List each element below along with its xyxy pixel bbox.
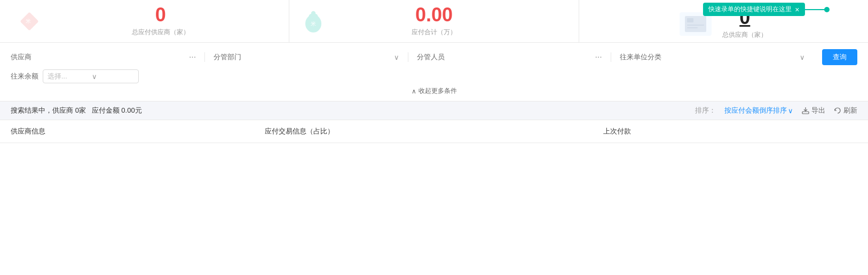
tooltip-text: 快速录单的快捷键说明在这里 — [708, 5, 792, 14]
svg-point-4 — [311, 11, 315, 15]
result-info-prefix: 搜索结果中，供应商 — [11, 106, 73, 114]
manager-input[interactable] — [449, 53, 593, 61]
result-bar: 搜索结果中，供应商 0家 应付金额 0.00元 排序： 按应付会额倒序排序 ∨ … — [0, 101, 868, 120]
tooltip-bubble: 快速录单的快捷键说明在这里 × — [703, 3, 804, 16]
department-label: 分管部门 — [214, 52, 241, 62]
svg-rect-9 — [687, 27, 698, 28]
tooltip-close-btn[interactable]: × — [795, 6, 799, 13]
category-input[interactable] — [666, 53, 798, 61]
filter-balance: 往来余额 选择... ∨ — [11, 69, 147, 83]
tooltip-dot — [824, 7, 829, 12]
stat-payable-suppliers: 米 0 总应付供应商（家） — [0, 0, 289, 42]
filter-row-2: 往来余额 选择... ∨ — [11, 69, 857, 83]
sort-label: 排序： — [695, 106, 716, 115]
payable-total-number: 0.00 — [415, 5, 453, 25]
manager-dots-btn[interactable]: ··· — [595, 52, 602, 62]
export-label: 导出 — [811, 106, 825, 115]
stat-total-suppliers: 快速录单的快捷键说明在这里 × 0 总供应商（家） — [579, 0, 868, 42]
bag-icon: 米 — [300, 8, 327, 35]
result-amount-label: 应付金额 — [92, 106, 120, 114]
svg-text:米: 米 — [26, 18, 31, 24]
sort-value-btn[interactable]: 按应付会额倒序排序 ∨ — [724, 106, 793, 115]
supplier-dots-btn[interactable]: ··· — [189, 52, 196, 62]
refresh-icon — [834, 107, 841, 114]
category-label: 往来单位分类 — [620, 52, 661, 62]
filter-row-1: 供应商 ··· 分管部门 ∨ 分管人员 ··· 往来单位分类 ∨ 查询 — [11, 49, 857, 65]
payable-suppliers-number: 0 — [155, 5, 166, 25]
balance-chevron: ∨ — [92, 73, 134, 81]
collapse-label: 收起更多条件 — [419, 87, 457, 96]
filter-supplier: 供应商 ··· — [11, 52, 205, 62]
filter-bar: 供应商 ··· 分管部门 ∨ 分管人员 ··· 往来单位分类 ∨ 查询 往来余额 — [0, 43, 868, 101]
table-col-transaction: 应付交易信息（占比） — [265, 127, 603, 136]
export-icon — [802, 107, 809, 114]
sort-chevron: ∨ — [788, 107, 793, 115]
result-actions: 排序： 按应付会额倒序排序 ∨ 导出 刷新 — [695, 106, 857, 115]
refresh-btn[interactable]: 刷新 — [834, 106, 857, 115]
diamond-icon: 米 — [16, 8, 43, 35]
svg-text:米: 米 — [311, 21, 316, 27]
balance-placeholder: 选择... — [48, 72, 90, 81]
collapse-icon: ∧ — [412, 88, 416, 95]
table-col-supplier: 供应商信息 — [11, 127, 265, 136]
total-suppliers-label: 总供应商（家） — [722, 30, 767, 40]
manager-label: 分管人员 — [417, 52, 445, 62]
stat-payable-total: 米 0.00 应付合计（万） — [289, 0, 579, 42]
table-body — [0, 143, 868, 275]
table-header: 供应商信息 应付交易信息（占比） 上次付款 — [0, 120, 868, 143]
balance-select[interactable]: 选择... ∨ — [43, 69, 139, 83]
svg-rect-7 — [687, 18, 693, 22]
department-chevron[interactable]: ∨ — [394, 53, 399, 61]
filter-department: 分管部门 ∨ — [205, 52, 408, 62]
supplier-input[interactable] — [36, 53, 187, 61]
refresh-label: 刷新 — [843, 106, 857, 115]
filter-category: 往来单位分类 ∨ — [611, 52, 814, 62]
table-col-lastpayment: 上次付款 — [603, 127, 857, 136]
collapse-btn[interactable]: ∧ 收起更多条件 — [11, 83, 857, 97]
department-input[interactable] — [246, 53, 391, 61]
sort-value-text: 按应付会额倒序排序 — [724, 106, 787, 115]
payable-suppliers-label: 总应付供应商（家） — [132, 28, 190, 37]
filter-manager: 分管人员 ··· — [408, 52, 611, 62]
svg-rect-10 — [802, 112, 809, 114]
supplier-label: 供应商 — [11, 52, 31, 62]
result-supplier-count: 0家 — [75, 106, 86, 114]
result-info: 搜索结果中，供应商 0家 应付金额 0.00元 — [11, 106, 142, 115]
balance-label: 往来余额 — [11, 72, 38, 81]
export-btn[interactable]: 导出 — [802, 106, 825, 115]
category-chevron[interactable]: ∨ — [800, 53, 805, 61]
result-amount-value: 0.00元 — [121, 106, 141, 114]
svg-rect-8 — [687, 25, 704, 26]
stats-bar: 米 0 总应付供应商（家） 米 0.00 应付合计（万） 快速录单的快捷键说明在… — [0, 0, 868, 43]
query-button[interactable]: 查询 — [822, 49, 857, 65]
payable-total-label: 应付合计（万） — [412, 28, 456, 37]
